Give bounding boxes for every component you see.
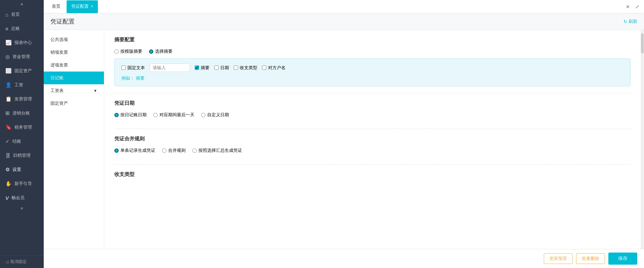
nav-label-journal: 日记账: [50, 75, 64, 81]
checkbox-income-type-label: 收支类型: [240, 65, 257, 71]
main-area: 首页 凭证配置 × ✕ ⤢ 凭证配置 ↻ 刷新 公共选项 销项发票 进项: [44, 0, 644, 268]
fixed-text-input[interactable]: [150, 63, 190, 72]
radio-custom-date[interactable]: 自定义日期: [201, 112, 229, 118]
sidebar-item-home[interactable]: ⌂ 首页: [0, 7, 44, 21]
radio-period-last-day-label: 对应期间最后一天: [159, 112, 194, 118]
sidebar-label-closing: 结账: [12, 138, 21, 144]
sidebar-label-tax: 税务管理: [14, 124, 32, 130]
sidebar-item-invoice[interactable]: 📋 发票管理: [0, 92, 44, 106]
radio-aggregate[interactable]: 按照选择汇总生成凭证: [192, 147, 242, 153]
vip-icon: V: [5, 195, 9, 201]
reports-icon: 📈: [5, 40, 12, 46]
nav-item-fixed-assets[interactable]: 固定资产: [44, 97, 104, 110]
checkbox-date-input[interactable]: [214, 65, 219, 70]
scrollbar-thumb[interactable]: [641, 33, 644, 53]
sidebar-label-assets: 固定资产: [14, 68, 32, 74]
left-nav: 公共选项 销项发票 进项发票 日记账 工资表 ▼ 固定资产: [44, 30, 104, 249]
voucher-date-title: 凭证日期: [114, 100, 631, 106]
batch-delete-btn[interactable]: 批量删除: [576, 253, 605, 264]
nav-item-journal[interactable]: 日记账: [44, 72, 104, 84]
summary-config-title: 摘要配置: [114, 37, 631, 43]
radio-journal-date-input[interactable]: [114, 113, 119, 117]
merge-rule-title: 凭证合并规则: [114, 136, 631, 142]
summary-config-section: 摘要配置 按模版摘要 选择摘要 固定文本: [114, 37, 631, 93]
tab-bar: 首页 凭证配置 × ✕ ⤢: [44, 0, 644, 13]
sidebar-label-salary: 工资: [14, 82, 23, 88]
merge-rule-section: 凭证合并规则 单条记录生成凭证 合并规则 按照选择汇总生成凭证: [114, 136, 631, 165]
nav-label-purchase-invoice: 进项发票: [50, 62, 68, 68]
sidebar-item-reports[interactable]: 📈 报表中心: [0, 36, 44, 50]
summary-example: 例如： 摘要: [121, 75, 623, 81]
sidebar-item-closing[interactable]: ✓ 结账: [0, 134, 44, 148]
sidebar-item-inventory[interactable]: ⊞ 进销台账: [0, 106, 44, 120]
refresh-icon: ↻: [623, 19, 627, 24]
radio-select-label: 选择摘要: [155, 48, 173, 54]
tab-expand-btn[interactable]: ⤢: [634, 3, 641, 10]
radio-aggregate-label: 按照选择汇总生成凭证: [198, 147, 242, 153]
sidebar-label-reports: 报表中心: [14, 40, 32, 46]
settings-icon: ⚙: [5, 167, 10, 173]
radio-period-last-day[interactable]: 对应期间最后一天: [153, 112, 194, 118]
radio-period-last-day-input[interactable]: [153, 113, 158, 117]
radio-select-summary-input[interactable]: [149, 49, 153, 54]
sidebar-item-ledger[interactable]: ≡ 总账: [0, 21, 44, 36]
tab-voucher-config[interactable]: 凭证配置 ×: [67, 0, 98, 13]
radio-select-summary[interactable]: 选择摘要: [149, 48, 173, 54]
sidebar-item-settings[interactable]: ⚙ 设置: [0, 163, 44, 177]
sidebar-item-archive[interactable]: 🗄 归档管理: [0, 148, 44, 163]
archive-icon: 🗄: [5, 153, 10, 159]
sidebar-item-vip[interactable]: V 畅会员: [0, 191, 44, 205]
example-label: 例如：: [121, 76, 135, 81]
checkbox-counterparty-label: 对方户名: [268, 65, 286, 71]
assets-icon: ⬜: [5, 68, 12, 74]
tab-close-window-btn[interactable]: ✕: [624, 3, 631, 10]
content-wrapper: 公共选项 销项发票 进项发票 日记账 工资表 ▼ 固定资产 摘要配置: [44, 30, 644, 249]
checkbox-income-type[interactable]: 收支类型: [234, 65, 257, 71]
sidebar-label-archive: 归档管理: [13, 152, 31, 159]
cancel-pin-btn[interactable]: ◁ 取消固定: [0, 255, 44, 268]
checkbox-date-label: 日期: [220, 65, 229, 71]
save-btn[interactable]: 保存: [608, 253, 637, 265]
sidebar-label-invoice: 发票管理: [14, 96, 32, 102]
bottom-action-bar: 更新预置 批量删除 保存: [44, 249, 644, 268]
radio-custom-date-input[interactable]: [201, 113, 205, 117]
scrollbar-track[interactable]: [641, 30, 644, 249]
refresh-btn[interactable]: ↻ 刷新: [623, 18, 637, 25]
checkbox-counterparty-input[interactable]: [262, 65, 266, 70]
scroll-down-btn[interactable]: ▼: [0, 205, 44, 212]
nav-item-sales-invoice[interactable]: 销项发票: [44, 46, 104, 59]
tab-home[interactable]: 首页: [47, 0, 65, 13]
radio-custom-date-label: 自定义日期: [207, 112, 229, 118]
checkbox-counterparty[interactable]: 对方户名: [262, 65, 286, 71]
scroll-up-btn[interactable]: ▲: [0, 0, 44, 7]
nav-label-public: 公共选项: [50, 37, 68, 43]
radio-single-record[interactable]: 单条记录生成凭证: [114, 147, 155, 153]
checkbox-income-type-input[interactable]: [234, 65, 238, 70]
radio-single-record-input[interactable]: [114, 148, 119, 153]
radio-template-summary-input[interactable]: [114, 49, 119, 54]
tab-close-btn[interactable]: ×: [91, 4, 93, 9]
refresh-label: 刷新: [629, 18, 637, 25]
sidebar-item-guide[interactable]: ✋ 新手引导: [0, 177, 44, 191]
sidebar-item-tax[interactable]: 🔖 税务管理: [0, 120, 44, 134]
nav-item-purchase-invoice[interactable]: 进项发票: [44, 59, 104, 72]
checkbox-fixed-text[interactable]: 固定文本: [121, 65, 145, 71]
checkbox-summary-input[interactable]: [195, 65, 199, 70]
sidebar-item-funds[interactable]: ◎ 资金管理: [0, 50, 44, 64]
radio-merge-rule-input[interactable]: [162, 148, 166, 153]
payroll-arrow-icon: ▼: [93, 89, 97, 93]
sidebar-item-salary[interactable]: 👤 工资: [0, 78, 44, 92]
radio-template-summary[interactable]: 按模版摘要: [114, 48, 142, 54]
radio-journal-date[interactable]: 按日记账日期: [114, 112, 147, 118]
sidebar-item-assets[interactable]: ⬜ 固定资产: [0, 64, 44, 78]
update-preview-btn[interactable]: 更新预置: [544, 253, 573, 264]
radio-merge-rule[interactable]: 合并规则: [162, 147, 186, 153]
nav-item-payroll[interactable]: 工资表 ▼: [44, 84, 104, 97]
pin-icon: ◁: [5, 260, 8, 264]
radio-aggregate-input[interactable]: [192, 148, 197, 153]
nav-item-public[interactable]: 公共选项: [44, 33, 104, 46]
checkbox-summary[interactable]: 摘要: [195, 65, 210, 71]
checkbox-date[interactable]: 日期: [214, 65, 229, 71]
checkbox-fixed-text-input[interactable]: [121, 65, 126, 70]
funds-icon: ◎: [5, 54, 10, 60]
